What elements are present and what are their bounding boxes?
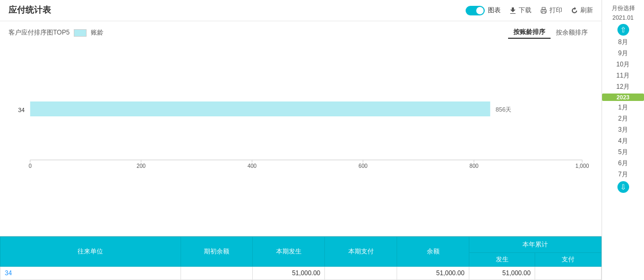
col-balance: 余额 [397,237,469,267]
cell-opening [181,267,253,280]
month-item-12[interactable]: 12月 [602,81,644,92]
table-row: 34 51,000.00 51,000.00 51,000.00 [1,267,602,280]
month-item-9[interactable]: 9月 [602,48,644,59]
month-list: 8月 9月 10月 11月 12月 2023 1月 2月 3月 4月 5月 6月… [602,37,644,180]
unit-link[interactable]: 34 [5,269,12,277]
svg-text:1,000: 1,000 [576,163,589,169]
print-icon [540,7,547,14]
legend-text: 账龄 [91,28,104,37]
col-ytd-pay: 支付 [535,253,602,267]
cell-current-occur: 51,000.00 [253,267,325,280]
col-opening: 期初余额 [181,237,253,267]
chart-area: 34 856天 0 200 400 600 800 [8,43,593,192]
sidebar-down-button[interactable]: ⇩ [617,181,629,193]
month-item-5[interactable]: 5月 [602,147,644,158]
refresh-icon [571,7,578,14]
refresh-button[interactable]: 刷新 [571,6,593,15]
svg-text:400: 400 [247,163,256,169]
cell-unit: 34 [1,267,181,280]
col-current-occur: 本期发生 [253,237,325,267]
month-item-7[interactable]: 7月 [602,169,644,180]
svg-rect-4 [30,101,491,116]
page-title: 应付统计表 [8,5,51,16]
svg-text:34: 34 [18,107,24,113]
cell-ytd-occur: 51,000.00 [469,267,535,280]
bar-chart-svg: 34 856天 0 200 400 600 800 [8,43,593,181]
month-item-11[interactable]: 11月 [602,70,644,81]
download-button[interactable]: 下载 [509,6,531,15]
table-header-row1: 往来单位 期初余额 本期发生 本期支付 余额 本年累计 [1,237,602,253]
month-item-6[interactable]: 6月 [602,158,644,169]
sort-by-balance-button[interactable]: 按账龄排序 [508,27,551,39]
month-item-3[interactable]: 3月 [602,124,644,135]
year-marker-2023: 2023 [602,94,644,101]
cell-balance: 51,000.00 [397,267,469,280]
sidebar-title: 月份选择 [612,4,635,12]
month-item-2[interactable]: 2月 [602,113,644,124]
print-button[interactable]: 打印 [540,6,562,15]
sidebar-up-button[interactable]: ⇧ [617,24,629,36]
month-item-10[interactable]: 10月 [602,59,644,70]
table-section: 往来单位 期初余额 本期发生 本期支付 余额 本年累计 发生 支付 34 [0,236,602,280]
svg-rect-1 [542,7,545,10]
month-sidebar: 月份选择 2021.01 ⇧ 8月 9月 10月 11月 12月 2023 1月… [602,0,644,280]
month-item-4[interactable]: 4月 [602,135,644,147]
chart-toggle-label: 图表 [488,6,501,15]
col-current-pay: 本期支付 [325,237,397,267]
legend-label: 客户应付排序图TOP5 [8,28,70,37]
month-item-8[interactable]: 8月 [602,37,644,48]
svg-text:856天: 856天 [496,106,512,113]
download-icon [509,7,517,14]
svg-rect-2 [542,11,545,13]
cell-current-pay [325,267,397,280]
svg-text:800: 800 [469,163,478,169]
chart-legend: 客户应付排序图TOP5 账龄 [8,28,104,37]
col-unit: 往来单位 [1,237,181,267]
page-header: 应付统计表 图表 下载 打印 刷新 [0,0,602,21]
chart-header: 客户应付排序图TOP5 账龄 按账龄排序 按余额排序 [8,27,593,39]
sidebar-date: 2021.01 [613,14,634,21]
col-ytd: 本年累计 [469,237,601,253]
header-actions: 图表 下载 打印 刷新 [466,6,593,15]
svg-text:600: 600 [358,163,367,169]
sort-by-amount-button[interactable]: 按余额排序 [551,27,593,39]
col-ytd-occur: 发生 [469,253,535,267]
chart-toggle[interactable] [466,6,485,15]
data-table: 往来单位 期初余额 本期发生 本期支付 余额 本年累计 发生 支付 34 [0,236,602,280]
legend-color-box [74,29,87,37]
chart-toggle-wrapper: 图表 [466,6,501,15]
chart-section: 客户应付排序图TOP5 账龄 按账龄排序 按余额排序 34 856天 [0,21,602,236]
sort-buttons: 按账龄排序 按余额排序 [508,27,593,39]
svg-text:0: 0 [29,163,32,169]
month-item-1[interactable]: 1月 [602,102,644,113]
svg-text:200: 200 [136,163,145,169]
cell-ytd-pay [535,267,602,280]
